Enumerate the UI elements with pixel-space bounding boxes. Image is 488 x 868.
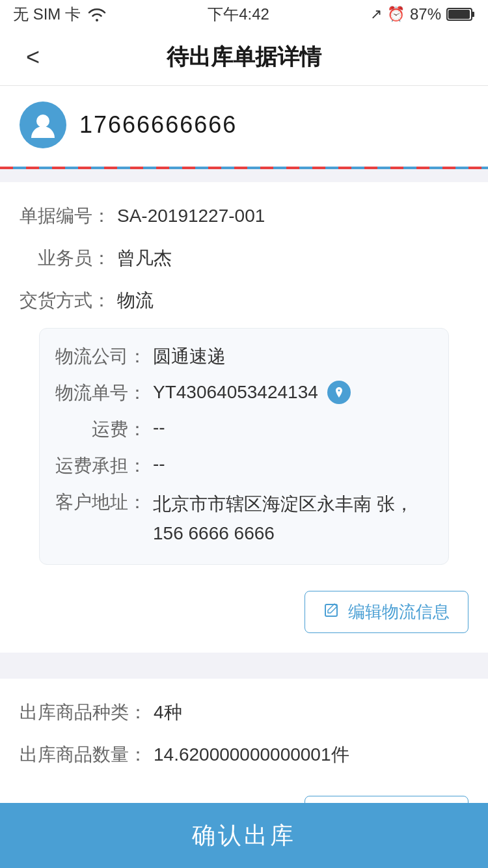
address-label: 客户地址： bbox=[55, 490, 146, 515]
wifi-icon bbox=[87, 7, 107, 21]
user-phone: 17666666666 bbox=[79, 111, 237, 139]
tracking-label: 物流单号： bbox=[55, 381, 146, 405]
delivery-row: 交货方式： 物流 bbox=[20, 286, 468, 316]
freight-bearer-row: 运费承担： -- bbox=[55, 454, 433, 478]
svg-rect-1 bbox=[472, 12, 474, 17]
svg-point-3 bbox=[36, 115, 49, 128]
freight-row: 运费： -- bbox=[55, 417, 433, 442]
location-pin-icon[interactable] bbox=[327, 381, 351, 404]
status-bar-left: 无 SIM 卡 bbox=[13, 4, 107, 25]
freight-value: -- bbox=[146, 417, 433, 438]
freight-label: 运费： bbox=[55, 417, 146, 442]
goods-quantity-value: 14.620000000000001件 bbox=[147, 740, 468, 770]
doc-id-label: 单据编号： bbox=[20, 202, 111, 231]
avatar bbox=[20, 102, 66, 148]
company-value: 圆通速递 bbox=[146, 344, 433, 369]
clock-icon: ⏰ bbox=[387, 6, 405, 23]
company-label: 物流公司： bbox=[55, 344, 146, 369]
battery-label: 87% bbox=[410, 5, 441, 23]
goods-type-label: 出库商品种类： bbox=[20, 698, 147, 727]
status-bar-time: 下午4:42 bbox=[208, 4, 269, 25]
status-bar-right: ↗ ⏰ 87% bbox=[370, 5, 475, 23]
address-row: 客户地址： 北京市市辖区海淀区永丰南 张，156 6666 6666 bbox=[55, 490, 433, 549]
address-value: 北京市市辖区海淀区永丰南 张，156 6666 6666 bbox=[146, 490, 433, 549]
document-info-card: 单据编号： SA-20191227-001 业务员： 曾凡杰 交货方式： 物流 … bbox=[0, 182, 488, 653]
freight-bearer-value: -- bbox=[146, 454, 433, 474]
logistics-card: 物流公司： 圆通速递 物流单号： YT43064053424134 运费： --… bbox=[39, 328, 449, 565]
goods-type-row: 出库商品种类： 4种 bbox=[20, 698, 468, 727]
edit-btn-label: 编辑物流信息 bbox=[348, 601, 450, 623]
svg-rect-2 bbox=[448, 10, 470, 19]
goods-type-value: 4种 bbox=[147, 698, 468, 727]
edit-icon bbox=[323, 603, 342, 621]
delivery-value: 物流 bbox=[111, 286, 468, 316]
user-icon bbox=[27, 109, 59, 141]
staff-value: 曾凡杰 bbox=[111, 244, 468, 273]
section-divider-1 bbox=[0, 653, 488, 666]
confirm-outbound-button[interactable]: 确认出库 bbox=[0, 803, 488, 868]
delivery-label: 交货方式： bbox=[20, 286, 111, 316]
staff-row: 业务员： 曾凡杰 bbox=[20, 244, 468, 273]
tracking-row: 物流单号： YT43064053424134 bbox=[55, 381, 433, 405]
doc-id-row: 单据编号： SA-20191227-001 bbox=[20, 202, 468, 231]
location-icon: ↗ bbox=[370, 6, 382, 23]
doc-id-value: SA-20191227-001 bbox=[111, 202, 468, 231]
freight-bearer-label: 运费承担： bbox=[55, 454, 146, 478]
edit-logistics-button[interactable]: 编辑物流信息 bbox=[305, 591, 468, 633]
dashed-divider bbox=[0, 164, 488, 169]
status-bar: 无 SIM 卡 下午4:42 ↗ ⏰ 87% bbox=[0, 0, 488, 29]
page-title: 待出库单据详情 bbox=[167, 42, 321, 72]
goods-quantity-label: 出库商品数量： bbox=[20, 740, 147, 770]
edit-btn-row: 编辑物流信息 bbox=[20, 578, 468, 633]
bottom-btn-container: 确认出库 bbox=[0, 803, 488, 868]
goods-quantity-row: 出库商品数量： 14.620000000000001件 bbox=[20, 740, 468, 770]
nav-bar: < 待出库单据详情 bbox=[0, 29, 488, 86]
svg-rect-4 bbox=[325, 604, 337, 616]
staff-label: 业务员： bbox=[20, 244, 111, 273]
user-section: 17666666666 bbox=[0, 86, 488, 164]
tracking-value: YT43064053424134 bbox=[146, 381, 433, 404]
battery-icon bbox=[446, 7, 475, 21]
carrier-label: 无 SIM 卡 bbox=[13, 4, 81, 25]
company-row: 物流公司： 圆通速递 bbox=[55, 344, 433, 369]
back-button[interactable]: < bbox=[20, 37, 46, 77]
